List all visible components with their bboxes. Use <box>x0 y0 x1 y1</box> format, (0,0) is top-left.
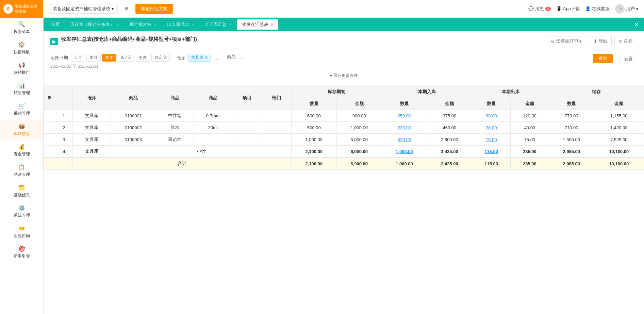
cell-out-qty[interactable]: 80.00 <box>472 110 511 122</box>
warehouse-remove-button[interactable]: ✕ <box>205 55 208 60</box>
in-qty-link[interactable]: 250.00 <box>398 113 411 118</box>
date-btn-custom[interactable]: 自定义 <box>151 54 170 62</box>
out-qty-link[interactable]: 80.00 <box>486 113 497 118</box>
cell-code: 0100002 <box>111 122 156 134</box>
sidebar-item-finance[interactable]: 💰 资金管理 <box>0 140 43 161</box>
sidebar-logo: 6 畅捷通好生意 标准版 <box>0 0 43 18</box>
message-button[interactable]: 💬 消息 6 <box>528 6 551 12</box>
refresh-button[interactable]: ↻ 刷新 <box>614 36 637 46</box>
tab-close-icon[interactable]: ✕ <box>154 22 157 27</box>
table-section: ⚙ 仓库 商品 商品 商品 项目 部门 库存期初 本期入库 本期出库 结存 <box>44 86 644 314</box>
sidebar: 6 畅捷通好生意 标准版 🔍 搜索菜单 🏠 快捷导航 📢 营销推广 📊 销售管理… <box>0 0 44 314</box>
expand-arrow-button[interactable]: ▶ <box>50 38 58 45</box>
home-icon: 🏠 <box>18 42 25 48</box>
cell-spec: 0.7mm <box>194 110 232 122</box>
tab-batch[interactable]: 库存批次账 ✕ <box>125 19 162 30</box>
sidebar-item-search[interactable]: 🔍 搜索菜单 <box>0 18 43 38</box>
tab-close-icon[interactable]: ✕ <box>116 22 119 27</box>
app-download-button[interactable]: 📱 App下载 <box>556 6 580 12</box>
sidebar-item-quick[interactable]: 🏠 快捷导航 <box>0 38 43 59</box>
tab-stock-dist[interactable]: 现存量（库存分布表） ✕ <box>65 19 124 30</box>
date-btn-prev-month[interactable]: 上月 <box>71 54 85 62</box>
cell-in-qty[interactable]: 250.00 <box>382 110 427 122</box>
goods-more-button[interactable]: ... <box>238 54 245 60</box>
cell-project <box>232 134 262 146</box>
col-group-bal: 结存 <box>549 86 644 98</box>
sidebar-item-sales[interactable]: 📊 销售管理 <box>0 79 43 99</box>
col-in-amt: 金额 <box>427 98 472 110</box>
basic-icon: 🗂️ <box>18 184 25 191</box>
subtotal-in-qty-link[interactable]: 1,000.00 <box>396 149 413 154</box>
sidebar-item-operations[interactable]: 📋 经营管理 <box>0 161 43 181</box>
cell-init-qty: 600.00 <box>291 110 336 122</box>
table-row: 3 文具库 0100003 采访本 1,000.00 5,000.00 520.… <box>44 134 644 146</box>
out-qty-link[interactable]: 20.00 <box>486 125 497 130</box>
cell-in-qty[interactable]: 520.00 <box>382 134 427 146</box>
sidebar-item-label: 新手引导 <box>14 253 30 259</box>
table-settings-col[interactable]: ⚙ <box>44 86 55 110</box>
online-service-button[interactable]: 👤 在线客服 <box>585 6 610 12</box>
cell-spec: 20ml <box>194 122 232 134</box>
tab-close-icon[interactable]: ✕ <box>191 22 194 27</box>
marketing-icon: 📢 <box>18 62 25 68</box>
col-group-out: 本期出库 <box>472 86 549 98</box>
cell-no: 4 <box>55 146 73 158</box>
try-button[interactable]: 体验行业方案 <box>135 4 173 14</box>
tab-summary[interactable]: 出入库汇总 ✕ <box>200 19 236 30</box>
total-in-qty: 1,000.00 <box>382 158 427 170</box>
in-qty-link[interactable]: 230.00 <box>398 125 411 130</box>
col-in-qty: 数量 <box>382 98 427 110</box>
sidebar-item-enterprise[interactable]: 🤝 企业协同 <box>0 222 43 242</box>
total-label: 合计 <box>73 158 292 170</box>
sidebar-item-guide[interactable]: 🎯 新手引导 <box>0 242 43 263</box>
tab-collect-summary[interactable]: 收发存汇总表 ✕ <box>237 19 278 30</box>
cell-no: 1 <box>55 110 73 122</box>
in-qty-link[interactable]: 520.00 <box>398 137 411 142</box>
col-bal-qty: 数量 <box>549 98 594 110</box>
user-menu[interactable]: Ea 用户 ▾ <box>615 4 639 14</box>
user-dropdown-icon: ▾ <box>636 6 639 11</box>
cell-in-qty[interactable]: 230.00 <box>382 122 427 134</box>
data-table: ⚙ 仓库 商品 商品 商品 项目 部门 库存期初 本期入库 本期出库 结存 <box>44 86 644 170</box>
sidebar-item-system[interactable]: ⚙️ 系统管理 <box>0 201 43 222</box>
tab-bar-close-button[interactable]: ✕ <box>631 21 641 28</box>
cell-out-qty[interactable]: 15.00 <box>472 134 511 146</box>
total-in-amt: 3,435.00 <box>427 158 472 170</box>
table-row: 1 文具库 0100001 中性笔 0.7mm 600.00 900.00 25… <box>44 110 644 122</box>
out-qty-link[interactable]: 15.00 <box>486 137 497 142</box>
tab-close-icon[interactable]: ✕ <box>270 22 274 27</box>
print-button[interactable]: 🖨 按模板打印 ▾ <box>546 36 586 46</box>
sidebar-item-basic[interactable]: 🗂️ 基础信息 <box>0 181 43 201</box>
page-title: 收发存汇总表(按仓库+商品编码+商品+规格型号+项目+部门) <box>61 36 197 43</box>
sidebar-item-purchase[interactable]: 🛒 采购管理 <box>0 99 43 120</box>
settings-small-button[interactable]: 设置 <box>620 54 637 64</box>
date-btn-cur-year[interactable]: 本年 <box>102 54 116 62</box>
cell-out-qty[interactable]: 115.00 <box>472 146 511 158</box>
warehouse-more-button[interactable]: ... <box>214 55 220 61</box>
total-init-amt: 6,900.00 <box>336 158 382 170</box>
cell-in-qty[interactable]: 1,000.00 <box>382 146 427 158</box>
tab-bar: 首页 现存量（库存分布表） ✕ 库存批次账 ✕ 出入库流水 ✕ 出入库汇总 ✕ … <box>44 18 644 31</box>
sidebar-item-label: 搜索菜单 <box>14 29 30 35</box>
tab-close-icon[interactable]: ✕ <box>229 22 232 27</box>
settings-icon[interactable]: ⚙ <box>121 3 132 14</box>
cell-warehouse: 文具库 <box>73 134 111 146</box>
tab-home[interactable]: 首页 <box>46 19 65 30</box>
system-selector[interactable]: 装备及固定资产辅助管理系统 ▾ <box>49 4 118 14</box>
date-btn-cur-month[interactable]: 本月 <box>86 54 101 62</box>
export-button[interactable]: ⬇ 导出 <box>589 36 612 46</box>
cell-init-qty: 500.00 <box>291 122 336 134</box>
cell-out-qty[interactable]: 20.00 <box>472 122 511 134</box>
date-btn-7days[interactable]: 近7天 <box>118 54 134 62</box>
expand-more-button[interactable]: ▾ 展开更多条件 <box>327 71 361 80</box>
total-bal-qty: 2,985.00 <box>549 158 594 170</box>
cell-dept <box>262 122 291 134</box>
print-icon: 🖨 <box>550 39 555 44</box>
col-code: 商品 <box>111 86 156 110</box>
subtotal-out-qty-link[interactable]: 115.00 <box>484 149 498 154</box>
sidebar-item-inventory[interactable]: 📦 库存核算 <box>0 120 43 140</box>
tab-flow[interactable]: 出入库流水 ✕ <box>162 19 199 30</box>
date-btn-more[interactable]: 更多 <box>136 54 150 62</box>
sidebar-item-marketing[interactable]: 📢 营销推广 <box>0 59 43 79</box>
query-button[interactable]: 查询 <box>593 54 613 63</box>
